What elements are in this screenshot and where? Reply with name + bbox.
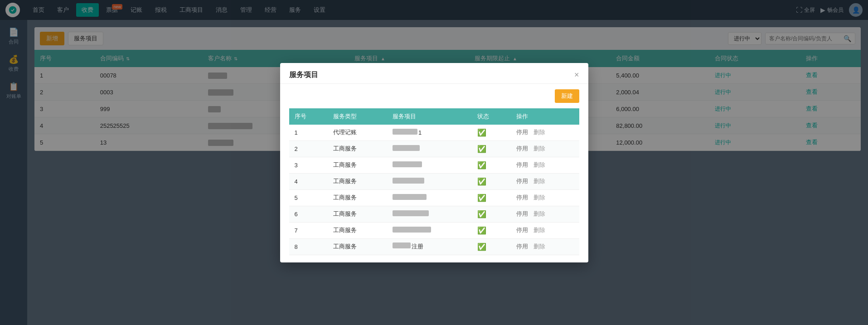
stop-button[interactable]: 停用 [516,227,528,233]
modal-col-seq: 序号 [289,108,328,125]
modal-cell-seq: 1 [289,125,328,141]
modal-cell-item [387,222,472,238]
delete-button[interactable]: 删除 [533,161,545,168]
delete-button[interactable]: 删除 [533,129,545,136]
stop-button[interactable]: 停用 [516,210,528,217]
modal-cell-type: 工商服务 [328,206,387,222]
modal-cell-seq: 3 [289,157,328,173]
modal-cell-item: 1 [387,125,472,141]
modal-cell-item [387,157,472,173]
modal-table-row: 3 工商服务 ✅ 停用 删除 [289,157,579,173]
modal-cell-action: 停用 删除 [511,173,579,189]
modal-cell-type: 工商服务 [328,238,387,255]
modal-table-row: 2 工商服务 ✅ 停用 删除 [289,141,579,157]
modal-cell-status: ✅ [472,125,511,141]
modal-cell-type: 工商服务 [328,141,387,157]
modal-cell-status: ✅ [472,157,511,173]
modal-col-action: 操作 [511,108,579,125]
modal-cell-action: 停用 删除 [511,206,579,222]
delete-button[interactable]: 删除 [533,178,545,184]
modal-header-row: 序号 服务类型 服务项目 状态 操作 [289,108,579,125]
modal-cell-status: ✅ [472,222,511,238]
modal-col-status: 状态 [472,108,511,125]
modal-table-row: 5 工商服务 ✅ 停用 删除 [289,189,579,206]
modal-cell-seq: 5 [289,189,328,206]
modal-close-button[interactable]: × [574,71,579,79]
modal-cell-action: 停用 删除 [511,141,579,157]
service-modal: 服务项目 × 新建 序号 服务类型 服务项目 状态 操作 1 代理记账 1 [280,63,588,262]
modal-cell-item [387,141,472,157]
delete-button[interactable]: 删除 [533,145,545,152]
modal-cell-status: ✅ [472,141,511,157]
modal-cell-item: 注册 [387,238,472,255]
modal-cell-seq: 2 [289,141,328,157]
stop-button[interactable]: 停用 [516,194,528,201]
delete-button[interactable]: 删除 [533,194,545,201]
modal-table-row: 1 代理记账 1 ✅ 停用 删除 [289,125,579,141]
modal-overlay[interactable]: 服务项目 × 新建 序号 服务类型 服务项目 状态 操作 1 代理记账 1 [0,0,868,325]
modal-new-button[interactable]: 新建 [555,89,579,103]
modal-cell-seq: 4 [289,173,328,189]
modal-cell-item [387,206,472,222]
modal-cell-seq: 7 [289,222,328,238]
modal-cell-item [387,173,472,189]
modal-table-row: 6 工商服务 ✅ 停用 删除 [289,206,579,222]
modal-cell-status: ✅ [472,173,511,189]
stop-button[interactable]: 停用 [516,243,528,250]
modal-cell-status: ✅ [472,238,511,255]
delete-button[interactable]: 删除 [533,210,545,217]
modal-cell-type: 工商服务 [328,189,387,206]
modal-cell-type: 代理记账 [328,125,387,141]
delete-button[interactable]: 删除 [533,243,545,250]
modal-cell-seq: 6 [289,206,328,222]
modal-title: 服务项目 [289,70,318,80]
modal-cell-status: ✅ [472,189,511,206]
modal-cell-action: 停用 删除 [511,189,579,206]
modal-cell-action: 停用 删除 [511,238,579,255]
service-table: 序号 服务类型 服务项目 状态 操作 1 代理记账 1 ✅ 停用 删除 2 工商… [289,108,579,255]
modal-cell-action: 停用 删除 [511,222,579,238]
modal-cell-type: 工商服务 [328,157,387,173]
modal-toolbar: 新建 [280,84,588,108]
stop-button[interactable]: 停用 [516,129,528,136]
modal-cell-action: 停用 删除 [511,157,579,173]
modal-col-type: 服务类型 [328,108,387,125]
modal-table-row: 8 工商服务 注册 ✅ 停用 删除 [289,238,579,255]
stop-button[interactable]: 停用 [516,161,528,168]
modal-cell-type: 工商服务 [328,222,387,238]
modal-cell-seq: 8 [289,238,328,255]
delete-button[interactable]: 删除 [533,227,545,233]
modal-cell-type: 工商服务 [328,173,387,189]
modal-col-item: 服务项目 [387,108,472,125]
modal-table-row: 7 工商服务 ✅ 停用 删除 [289,222,579,238]
modal-cell-action: 停用 删除 [511,125,579,141]
stop-button[interactable]: 停用 [516,145,528,152]
stop-button[interactable]: 停用 [516,178,528,184]
modal-body: 序号 服务类型 服务项目 状态 操作 1 代理记账 1 ✅ 停用 删除 2 工商… [280,108,588,262]
modal-header: 服务项目 × [280,63,588,84]
modal-table-row: 4 工商服务 ✅ 停用 删除 [289,173,579,189]
modal-cell-status: ✅ [472,206,511,222]
modal-cell-item [387,189,472,206]
